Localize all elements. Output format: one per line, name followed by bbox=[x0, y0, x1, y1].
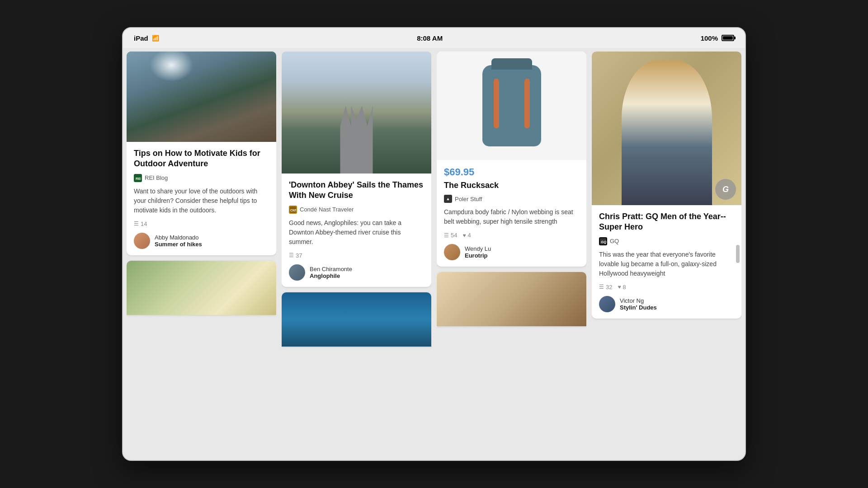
ben-avatar bbox=[289, 264, 305, 281]
gq-like-stat: ♥ 8 bbox=[618, 284, 626, 291]
rucksack-like-stat: ♥ 4 bbox=[462, 232, 471, 239]
card-rucksack[interactable]: $69.95 The Rucksack ▲ Poler Stuff Campdu… bbox=[437, 52, 586, 267]
underwater-image bbox=[282, 292, 431, 347]
gq-source-icon: GQ bbox=[599, 237, 607, 245]
ben-collection: Anglophile bbox=[310, 272, 352, 279]
column-2: 'Downton Abbey' Sails the Thames With Ne… bbox=[282, 52, 431, 456]
ben-name: Ben Chiramonte bbox=[310, 266, 352, 272]
abby-avatar bbox=[134, 233, 150, 249]
gq-read-icon: ☰ bbox=[599, 284, 604, 290]
rucksack-name: The Rucksack bbox=[444, 181, 579, 190]
gq-read-stat: ☰ 32 bbox=[599, 284, 612, 291]
rucksack-read-icon: ☰ bbox=[444, 232, 449, 239]
cnt-description: Good news, Anglophiles: you can take a D… bbox=[289, 218, 424, 247]
victor-name: Victor Ng bbox=[620, 297, 657, 304]
cnt-user[interactable]: Ben Chiramonte Anglophile bbox=[289, 264, 424, 281]
mountain-image bbox=[127, 52, 276, 142]
battery-icon bbox=[722, 35, 734, 41]
card-title-cnt: 'Downton Abbey' Sails the Thames With Ne… bbox=[289, 180, 424, 201]
cnt-read-count: 37 bbox=[296, 252, 302, 259]
abby-collection: Summer of hikes bbox=[155, 241, 202, 248]
gq-like-count: 8 bbox=[623, 284, 626, 291]
cnt-read-stat: ☰ 37 bbox=[289, 252, 302, 259]
status-bar: iPad 📶 8:08 AM 100% bbox=[123, 28, 745, 48]
card-source-gq: GQ GQ bbox=[599, 237, 734, 245]
rucksack-like-count: 4 bbox=[468, 232, 471, 239]
ipad-frame: iPad 📶 8:08 AM 100% Tips on How to Motiv… bbox=[122, 27, 746, 461]
gq-user[interactable]: Victor Ng Stylin' Dudes bbox=[599, 296, 734, 312]
wendy-name: Wendy Lu bbox=[465, 245, 491, 252]
card-fish-partial[interactable] bbox=[437, 272, 586, 326]
fish-room-image bbox=[437, 272, 586, 326]
battery-percent: 100% bbox=[701, 34, 718, 42]
column-1: Tips on How to Motivate Kids for Outdoor… bbox=[127, 52, 276, 456]
status-right: 100% bbox=[701, 34, 734, 42]
wendy-info: Wendy Lu Eurotrip bbox=[465, 245, 491, 259]
wendy-avatar bbox=[444, 244, 460, 260]
cnt-source-name: Condé Nast Traveler bbox=[300, 206, 354, 213]
svg-text:CNT: CNT bbox=[290, 209, 296, 212]
gq-read-count: 32 bbox=[606, 284, 612, 291]
poler-source-name: Poler Stuff bbox=[455, 196, 482, 202]
card-source-cnt: CNT Condé Nast Traveler bbox=[289, 206, 424, 214]
backpack-image bbox=[437, 52, 586, 160]
ipad-label: iPad bbox=[134, 34, 148, 42]
scrollbar[interactable] bbox=[736, 245, 740, 263]
victor-avatar bbox=[599, 296, 615, 312]
cnt-stats: ☰ 37 bbox=[289, 252, 424, 259]
strap-left bbox=[494, 79, 499, 128]
backpack-body bbox=[482, 65, 541, 146]
rucksack-read-stat: ☰ 54 bbox=[444, 232, 457, 239]
card-source-poler: ▲ Poler Stuff bbox=[444, 195, 579, 203]
wifi-icon: 📶 bbox=[152, 35, 159, 42]
card-rei[interactable]: Tips on How to Motivate Kids for Outdoor… bbox=[127, 52, 276, 255]
card-gq[interactable]: G Chris Pratt: GQ Men of the Year--Super… bbox=[592, 52, 741, 319]
rei-source-name: REI Blog bbox=[145, 174, 168, 181]
ben-info: Ben Chiramonte Anglophile bbox=[310, 266, 352, 279]
card-cnt[interactable]: 'Downton Abbey' Sails the Thames With Ne… bbox=[282, 52, 431, 287]
card-body-gq: Chris Pratt: GQ Men of the Year--Super H… bbox=[592, 205, 741, 319]
abby-info: Abby Maldonado Summer of hikes bbox=[155, 234, 202, 248]
abby-name: Abby Maldonado bbox=[155, 234, 202, 241]
card-body-rucksack: $69.95 The Rucksack ▲ Poler Stuff Campdu… bbox=[437, 160, 586, 267]
card-food-partial[interactable] bbox=[127, 261, 276, 315]
card-underwater-partial[interactable] bbox=[282, 292, 431, 347]
column-4: G Chris Pratt: GQ Men of the Year--Super… bbox=[592, 52, 741, 456]
rei-user[interactable]: Abby Maldonado Summer of hikes bbox=[134, 233, 269, 249]
time-display: 8:08 AM bbox=[417, 34, 443, 42]
card-body-rei: Tips on How to Motivate Kids for Outdoor… bbox=[127, 142, 276, 255]
triangle-logo: ▲ bbox=[446, 197, 450, 201]
food-image bbox=[127, 261, 276, 315]
card-body-cnt: 'Downton Abbey' Sails the Thames With Ne… bbox=[282, 174, 431, 287]
rucksack-price: $69.95 bbox=[444, 166, 579, 178]
rei-source-icon: REI bbox=[134, 174, 142, 182]
svg-text:REI: REI bbox=[136, 177, 141, 181]
gq-source-name: GQ bbox=[610, 238, 619, 244]
rucksack-description: Campdura body fabric / Nylon webbing is … bbox=[444, 207, 579, 226]
card-title-rei: Tips on How to Motivate Kids for Outdoor… bbox=[134, 148, 269, 169]
status-left: iPad 📶 bbox=[134, 34, 159, 42]
victor-info: Victor Ng Stylin' Dudes bbox=[620, 297, 657, 311]
gq-stats: ☰ 32 ♥ 8 bbox=[599, 284, 734, 291]
victor-collection: Stylin' Dudes bbox=[620, 304, 657, 311]
strap-right bbox=[524, 79, 530, 128]
rei-description: Want to share your love of the outdoors … bbox=[134, 187, 269, 215]
svg-text:GQ: GQ bbox=[601, 240, 606, 244]
cnt-source-icon: CNT bbox=[289, 206, 297, 214]
rucksack-user[interactable]: Wendy Lu Eurotrip bbox=[444, 244, 579, 260]
column-3: $69.95 The Rucksack ▲ Poler Stuff Campdu… bbox=[437, 52, 586, 456]
card-title-gq: Chris Pratt: GQ Men of the Year--Super H… bbox=[599, 211, 734, 233]
read-icon: ☰ bbox=[134, 221, 139, 227]
rei-read-stat: ☰ 14 bbox=[134, 221, 147, 227]
gq-like-icon: ♥ bbox=[618, 284, 621, 290]
castle-image bbox=[282, 52, 431, 174]
gq-logo-text: G bbox=[722, 185, 729, 194]
cnt-read-icon: ☰ bbox=[289, 252, 294, 258]
card-source-rei: REI REI Blog bbox=[134, 174, 269, 182]
poler-source-icon: ▲ bbox=[444, 195, 452, 203]
content-area[interactable]: Tips on How to Motivate Kids for Outdoor… bbox=[123, 48, 745, 460]
gq-logo: G bbox=[715, 179, 736, 200]
man-image-wrapper: G bbox=[592, 52, 741, 205]
rei-read-count: 14 bbox=[141, 221, 147, 227]
rei-stats: ☰ 14 bbox=[134, 221, 269, 227]
